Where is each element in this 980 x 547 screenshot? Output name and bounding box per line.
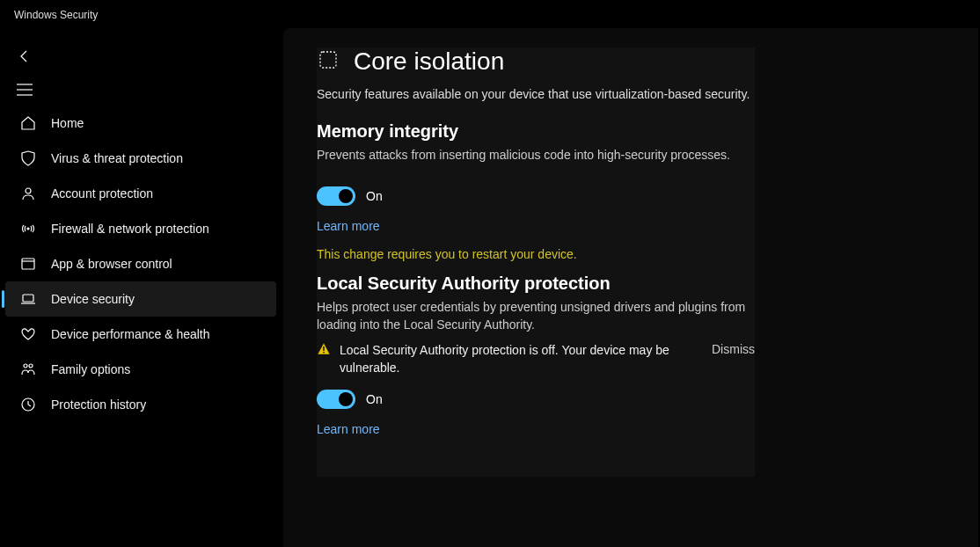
lsa-title: Local Security Authority protection: [317, 274, 755, 294]
chip-icon: [317, 48, 340, 75]
sidebar-item-label: Device performance & health: [51, 327, 210, 341]
svg-rect-14: [323, 352, 324, 354]
lsa-alert-text: Local Security Authority protection is o…: [340, 342, 703, 376]
sidebar-item-history[interactable]: Protection history: [5, 387, 276, 422]
shield-icon: [19, 150, 37, 167]
sidebar-item-account[interactable]: Account protection: [5, 176, 276, 211]
lsa-toggle[interactable]: [317, 390, 355, 409]
history-icon: [19, 396, 37, 413]
home-icon: [19, 114, 37, 132]
sidebar-item-family[interactable]: Family options: [5, 352, 276, 387]
svg-point-10: [29, 364, 33, 368]
hamburger-icon: [17, 84, 33, 96]
svg-rect-5: [22, 259, 34, 269]
laptop-icon: [19, 290, 37, 308]
memory-integrity-desc: Prevents attacks from inserting maliciou…: [317, 147, 755, 164]
svg-rect-12: [320, 52, 336, 68]
window-icon: [19, 255, 37, 273]
memory-integrity-title: Memory integrity: [317, 121, 755, 142]
sidebar: Home Virus & threat protection Account p…: [0, 106, 282, 422]
lsa-toggle-label: On: [366, 392, 383, 406]
content-pane: Core isolation Security features availab…: [283, 28, 978, 547]
content-inner: Core isolation Security features availab…: [317, 47, 755, 477]
sidebar-item-virus[interactable]: Virus & threat protection: [5, 141, 276, 176]
nav-menu-button[interactable]: [11, 76, 39, 104]
svg-point-3: [26, 188, 31, 193]
page-title: Core isolation: [354, 47, 504, 76]
sidebar-item-label: Firewall & network protection: [51, 222, 209, 236]
person-icon: [19, 185, 37, 202]
svg-rect-13: [323, 346, 324, 351]
sidebar-item-label: App & browser control: [51, 257, 172, 271]
window-title: Windows Security: [0, 0, 980, 30]
heart-icon: [19, 325, 37, 343]
sidebar-item-label: Virus & threat protection: [51, 151, 183, 165]
sidebar-item-app-browser[interactable]: App & browser control: [5, 246, 276, 281]
sidebar-item-device-security[interactable]: Device security: [5, 281, 276, 317]
dismiss-button[interactable]: Dismiss: [712, 342, 755, 356]
memory-integrity-learn-more-link[interactable]: Learn more: [317, 219, 380, 233]
sidebar-item-label: Protection history: [51, 397, 146, 412]
svg-rect-7: [23, 295, 33, 302]
lsa-learn-more-link[interactable]: Learn more: [317, 422, 380, 436]
sidebar-item-label: Account protection: [51, 186, 153, 201]
svg-point-9: [24, 364, 27, 368]
signal-icon: [19, 220, 37, 237]
memory-integrity-toggle[interactable]: [317, 186, 355, 206]
sidebar-item-performance[interactable]: Device performance & health: [5, 317, 276, 352]
sidebar-item-firewall[interactable]: Firewall & network protection: [5, 211, 276, 246]
sidebar-item-label: Home: [51, 116, 84, 130]
page-subtitle: Security features available on your devi…: [317, 86, 755, 104]
svg-point-4: [27, 228, 29, 230]
sidebar-item-home[interactable]: Home: [5, 106, 276, 141]
back-button[interactable]: [11, 42, 39, 70]
memory-integrity-toggle-label: On: [366, 189, 383, 203]
lsa-desc: Helps protect user credentials by preven…: [317, 299, 755, 333]
back-arrow-icon: [18, 49, 32, 63]
sidebar-item-label: Family options: [51, 362, 130, 376]
family-icon: [19, 361, 37, 378]
restart-notice: This change requires you to restart your…: [317, 247, 755, 261]
warning-icon: [317, 342, 331, 360]
sidebar-item-label: Device security: [51, 292, 135, 306]
